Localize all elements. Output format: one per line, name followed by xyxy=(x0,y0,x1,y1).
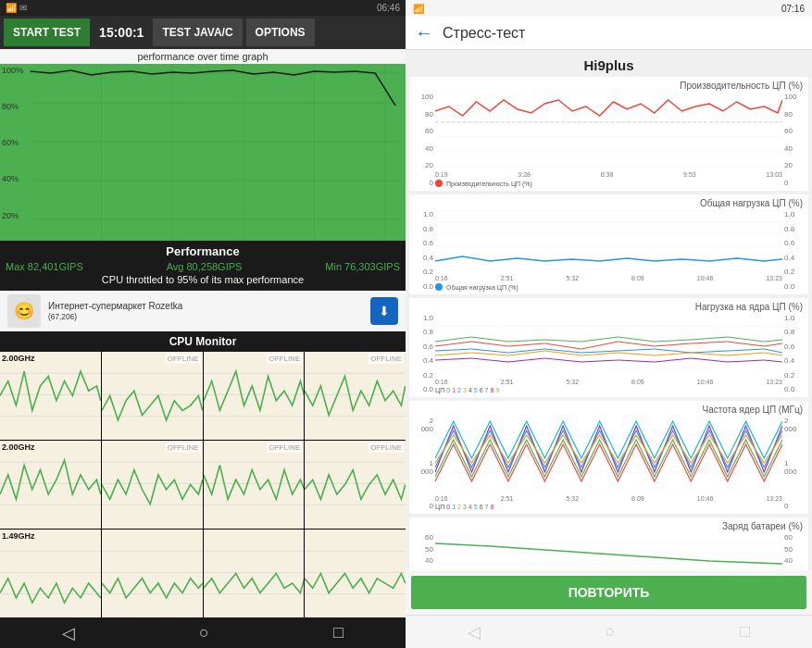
chart-battery-title: Заряд батареи (%) xyxy=(415,521,803,531)
cpu-cell-1: OFFLINE xyxy=(102,352,203,440)
cpu-graph-11 xyxy=(305,530,406,617)
svg-rect-42 xyxy=(0,530,101,617)
svg-rect-82 xyxy=(435,533,782,570)
chart-y-right-3: 1.0 0.8 0.6 0.4 0.2 0.0 xyxy=(784,314,803,393)
cpu-graph-8 xyxy=(0,530,101,617)
chart-legend-2: Общая нагрузка ЦП (%) xyxy=(435,283,782,291)
chart-cores-title: Нагрузка на ядра ЦП (%) xyxy=(415,302,803,312)
chart-legend-3: ЦП 0 1 2 3 4 5 6 7 8 9 xyxy=(435,387,782,393)
cpu-graph-2 xyxy=(204,352,305,440)
svg-rect-46 xyxy=(102,530,203,617)
right-recent-icon[interactable]: □ xyxy=(740,622,750,642)
chart-main-5 xyxy=(435,533,782,570)
chart-x-labels-3: 0:16 2:51 5:32 8:09 10:46 13:23 xyxy=(435,379,782,385)
chart-frequency: Частота ядер ЦП (МГц) 2 000 1 000 0 xyxy=(409,401,808,514)
left-status-bar: 📶 ✉ 06:46 xyxy=(0,0,406,16)
chart-load-title: Общая нагрузка ЦП (%) xyxy=(415,198,803,208)
cpu-graph-9 xyxy=(102,530,203,617)
chart-y-left-2: 1.0 0.8 0.6 0.4 0.2 0.0 xyxy=(415,210,433,291)
recent-icon[interactable]: □ xyxy=(333,623,344,642)
cpu-cell-8: 1.49GHz xyxy=(0,530,101,617)
ad-download-button[interactable]: ⬇ xyxy=(370,297,398,325)
perf-graph-title: performance over time graph xyxy=(0,49,406,64)
chart-frequency-title: Частота ядер ЦП (МГц) xyxy=(415,405,803,415)
cpu-cell-2: OFFLINE xyxy=(204,352,305,440)
chart-svg-3 xyxy=(435,314,782,374)
chart-y-right-1: 100 80 60 40 20 0 xyxy=(784,93,803,187)
right-status-time: 07:16 xyxy=(781,4,805,14)
cpu-graph-6 xyxy=(204,441,305,529)
chart-svg-4 xyxy=(435,417,782,491)
right-home-icon[interactable]: ○ xyxy=(606,622,616,642)
header-title: Стресс-тест xyxy=(443,25,525,42)
chart-y-left-1: 100 80 60 40 20 0 xyxy=(415,93,433,187)
chart-y-right-5: 60 50 40 30 20 xyxy=(784,533,803,570)
chart-main-4: 0:16 2:51 5:32 8:09 10:46 13:23 ЦП 0 1 2… xyxy=(435,417,782,510)
cpu-graph-0 xyxy=(0,352,101,440)
cpu-cell-4: 2.00GHz xyxy=(0,441,101,529)
cpu-graph-5 xyxy=(102,441,203,529)
perf-stats: Performance Max 82,401GIPS Avg 80,258GIP… xyxy=(0,241,406,291)
chart-battery: Заряд батареи (%) 60 50 40 30 20 xyxy=(409,517,808,570)
device-name: Hi9plus xyxy=(409,57,808,73)
right-header: ← Стресс-тест xyxy=(406,17,812,50)
legend-dot-2 xyxy=(435,283,443,291)
chart-y-right-4: 2 000 1 000 0 xyxy=(784,417,803,510)
left-status-icons: 📶 ✉ xyxy=(6,3,27,13)
cpu-cell-3: OFFLINE xyxy=(305,352,406,440)
perf-avg: Avg 80,258GIPS xyxy=(167,261,243,272)
chart-main-2: 0:16 2:51 5:32 8:09 10:46 13:23 Общая на… xyxy=(435,210,782,291)
ad-icon: 😊 xyxy=(7,294,41,328)
chart-main-3: 0:16 2:51 5:32 8:09 10:46 13:23 ЦП 0 1 2… xyxy=(435,314,782,393)
svg-rect-14 xyxy=(102,352,203,440)
chart-svg-2 xyxy=(435,210,782,270)
right-panel: 📶 07:16 ← Стресс-тест Hi9plus Производит… xyxy=(406,0,812,648)
ad-banner[interactable]: 😊 Интернет-супермаркет Rozetka(67,206) ⬇ xyxy=(0,291,406,331)
chart-x-labels-4: 0:16 2:51 5:32 8:09 10:46 13:23 xyxy=(435,495,782,502)
chart-x-labels-1: 0:19 3:28 6:38 9:53 13:03 xyxy=(435,171,782,178)
chart-y-left-3: 1.0 0.8 0.6 0.4 0.2 0.0 xyxy=(415,314,433,393)
svg-rect-58 xyxy=(435,93,782,167)
right-back-icon[interactable]: ◁ xyxy=(468,622,481,642)
right-status-bar: 📶 07:16 xyxy=(406,0,812,17)
left-nav-bar: ◁ ○ □ xyxy=(0,617,406,648)
charts-area[interactable]: Hi9plus Производительность ЦП (%) 100 80… xyxy=(406,50,812,570)
svg-rect-10 xyxy=(0,352,101,440)
chart-svg-5 xyxy=(435,533,782,570)
home-icon[interactable]: ○ xyxy=(199,623,209,642)
svg-rect-54 xyxy=(305,530,406,617)
ad-text: Интернет-супермаркет Rozetka(67,206) xyxy=(48,301,363,321)
svg-rect-50 xyxy=(204,530,305,617)
chart-y-left-5: 60 50 40 30 20 xyxy=(415,533,433,570)
perf-min: Min 76,303GIPS xyxy=(325,261,400,272)
perf-graph-bg: 100% 80% 60% 40% 20% 0 xyxy=(0,64,406,242)
perf-max: Max 82,401GIPS xyxy=(6,261,83,272)
chart-cores: Нагрузка на ядра ЦП (%) 1.0 0.8 0.6 0.4 … xyxy=(409,298,808,397)
cpu-cell-5: OFFLINE xyxy=(102,441,203,529)
left-panel: 📶 ✉ 06:46 START TEST 15:00:1 TEST JAVA/C… xyxy=(0,0,406,648)
test-java-button[interactable]: TEST JAVA/C xyxy=(153,19,242,46)
repeat-button[interactable]: ПОВТОРИТЬ xyxy=(411,576,806,609)
chart-performance-title: Производительность ЦП (%) xyxy=(415,81,803,91)
back-icon[interactable]: ◁ xyxy=(62,623,75,643)
perf-svg xyxy=(0,64,406,242)
svg-rect-22 xyxy=(305,352,406,440)
perf-graph-area: performance over time graph 100% 80% 60%… xyxy=(0,49,406,242)
cpu-graph-10 xyxy=(204,530,305,617)
options-button[interactable]: OPTIONS xyxy=(246,19,315,46)
chart-legend-4: ЦП 0 1 2 3 4 5 6 7 8 xyxy=(435,504,782,510)
right-nav-bar: ◁ ○ □ xyxy=(406,615,812,648)
chart-y-right-2: 1.0 0.8 0.6 0.4 0.2 0.0 xyxy=(784,210,803,291)
chart-y-left-4: 2 000 1 000 0 xyxy=(415,417,433,510)
top-toolbar: START TEST 15:00:1 TEST JAVA/C OPTIONS xyxy=(0,16,406,49)
back-button[interactable]: ← xyxy=(415,22,433,44)
cpu-cell-10 xyxy=(204,530,305,617)
timer-display: 15:00:1 xyxy=(94,25,149,40)
cpu-graph-4 xyxy=(0,441,101,529)
right-status-icons: 📶 xyxy=(413,4,424,14)
start-test-button[interactable]: START TEST xyxy=(4,19,90,46)
chart-x-labels-2: 0:16 2:51 5:32 8:09 10:46 13:23 xyxy=(435,275,782,281)
cpu-cell-6: OFFLINE xyxy=(204,441,305,529)
cpu-graph-7 xyxy=(305,441,406,529)
cpu-graph-1 xyxy=(102,352,203,440)
